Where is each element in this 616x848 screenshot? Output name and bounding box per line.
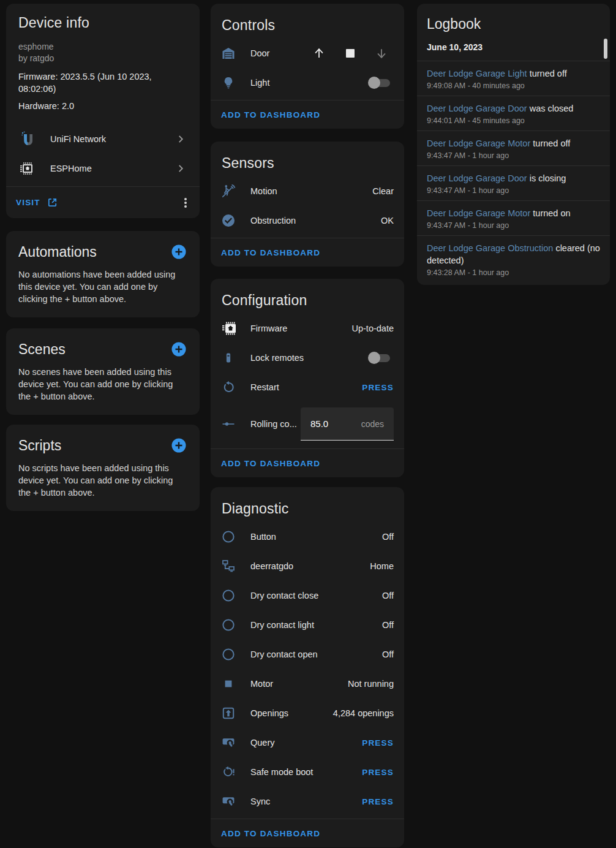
config-label: Restart [250,382,362,392]
controls-title: Controls [211,4,404,39]
cover-close-button[interactable] [369,41,394,66]
diagnostic-value: Home [370,561,394,571]
query-press-button[interactable]: PRESS [362,738,394,748]
logbook-entity-link[interactable]: Deer Lodge Garage Motor [427,138,530,148]
logbook-entity-link[interactable]: Deer Lodge Garage Door [427,173,527,183]
logbook-timestamp: 9:43:47 AM - 1 hour ago [427,221,600,230]
config-row-rolling-code: Rolling co... 85.0 codes [211,402,404,446]
overflow-menu-button[interactable] [174,192,197,214]
control-label: Light [250,78,368,88]
slider-dot-icon [221,417,236,431]
logbook-timestamp: 9:43:28 AM - 1 hour ago [427,268,600,277]
integration-row-esphome[interactable]: ESPHome [18,154,187,183]
logbook-timestamp: 9:49:08 AM - 40 minutes ago [427,81,600,90]
configuration-card: Configuration Firmware Up-to-date [211,279,404,477]
logbook-action: was closed [530,104,574,113]
logbook-action: turned on [533,208,570,218]
logbook-entity-link[interactable]: Deer Lodge Garage Light [427,69,527,78]
diagnostic-value: Off [382,649,394,659]
scenes-card: Scenes No scenes have been added using t… [6,328,200,415]
cover-stop-button[interactable] [338,41,362,66]
control-row-light: Light [211,68,404,97]
diagnostic-row-sync: Sync PRESS [211,787,404,816]
sensor-value: OK [381,216,394,225]
configuration-title: Configuration [211,279,404,314]
light-toggle[interactable] [368,77,391,89]
add-scene-button[interactable] [170,341,187,358]
arrow-up-box-icon [221,706,236,721]
restart-icon [221,380,236,395]
config-row-restart: Restart PRESS [211,373,404,402]
device-hardware-version: Hardware: 2.0 [18,100,187,112]
rolling-code-field[interactable]: 85.0 codes [301,407,394,441]
device-info-card: Device info esphome by ratgdo Firmware: … [6,4,200,218]
sensor-value: Clear [372,186,394,196]
rolling-code-unit: codes [361,419,384,429]
square-icon [221,676,236,691]
safe-mode-boot-press-button[interactable]: PRESS [362,768,394,777]
logbook-card: Logbook June 10, 2023 Deer Lodge Garage … [417,4,610,285]
logbook-entry: Deer Lodge Garage Motor turned on 9:43:4… [417,200,610,235]
config-row-lock-remotes: Lock remotes [211,343,404,373]
gesture-tap-button-icon [221,794,236,809]
diagnostic-card: Diagnostic Button Off deerratgdo Home [211,487,404,847]
sensor-row-obstruction: Obstruction OK [211,206,404,235]
diagnostic-label: Openings [250,708,333,718]
circle-outline-icon [221,647,236,662]
stop-square-icon [346,49,355,58]
restart-press-button[interactable]: PRESS [362,383,394,392]
add-automation-button[interactable] [170,243,187,260]
gesture-tap-button-icon [221,735,236,750]
diagnostic-row-deerratgdo: deerratgdo Home [211,551,404,581]
diagnostic-value: Off [382,532,394,542]
sensors-card: Sensors Motion Clear [211,142,404,267]
config-label: Lock remotes [250,353,368,363]
diagnostic-label: Motor [250,679,348,689]
automations-card: Automations No automations have been add… [6,231,200,317]
logbook-entry: Deer Lodge Garage Motor turned off 9:43:… [417,131,610,165]
diagnostic-row-safe-mode-boot: Safe mode boot PRESS [211,757,404,787]
add-to-dashboard-button[interactable]: ADD TO DASHBOARD [221,459,320,468]
logbook-entry: Deer Lodge Garage Door was closed 9:44:0… [417,96,610,131]
motion-sensor-icon [221,184,236,199]
device-manufacturer: by ratgdo [18,53,187,64]
logbook-entity-link[interactable]: Deer Lodge Garage Obstruction [427,243,553,253]
cover-open-button[interactable] [307,41,331,66]
diagnostic-row-button: Button Off [211,522,404,551]
diagnostic-label: Sync [250,797,362,806]
diagnostic-row-dry-contact-open: Dry contact open Off [211,640,404,669]
diagnostic-label: Dry contact open [250,649,382,659]
controls-card: Controls Door [211,4,404,129]
logbook-entry-list: Deer Lodge Garage Light turned off 9:49:… [417,61,610,282]
circle-outline-icon [221,588,236,603]
sensors-title: Sensors [211,142,404,176]
add-to-dashboard-button[interactable]: ADD TO DASHBOARD [221,110,320,119]
device-firmware-version: Firmware: 2023.5.5 (Jun 10 2023, 08:02:0… [18,70,187,95]
sync-press-button[interactable]: PRESS [362,797,394,806]
diagnostic-row-dry-contact-light: Dry contact light Off [211,610,404,640]
restart-alert-icon [221,765,236,779]
diagnostic-value: 4,284 openings [333,708,394,718]
add-to-dashboard-button[interactable]: ADD TO DASHBOARD [221,248,320,257]
diagnostic-row-dry-contact-close: Dry contact close Off [211,581,404,610]
config-label: Rolling co... [250,419,301,429]
esphome-logo-icon [18,159,37,178]
logbook-scrollbar-thumb[interactable] [604,39,607,59]
scenes-empty-text: No scenes have been added using this dev… [18,366,187,403]
visit-button[interactable]: VISIT [11,192,63,213]
add-to-dashboard-button[interactable]: ADD TO DASHBOARD [221,829,320,838]
diagnostic-label: Dry contact light [250,620,382,630]
logbook-entity-link[interactable]: Deer Lodge Garage Door [427,104,527,113]
lock-remotes-toggle[interactable] [368,352,391,364]
control-row-door: Door [211,39,404,68]
lock-remote-icon [221,350,236,365]
logbook-action: is closing [530,173,566,183]
logbook-action: turned off [533,138,570,148]
logbook-timestamp: 9:44:01 AM - 45 minutes ago [427,116,600,125]
logbook-entity-link[interactable]: Deer Lodge Garage Motor [427,208,530,218]
integration-row-unifi[interactable]: UniFi Network [18,124,187,154]
scripts-title: Scripts [18,437,61,454]
toggle-thumb [368,77,380,89]
visit-label: VISIT [16,198,40,207]
add-script-button[interactable] [170,437,187,454]
